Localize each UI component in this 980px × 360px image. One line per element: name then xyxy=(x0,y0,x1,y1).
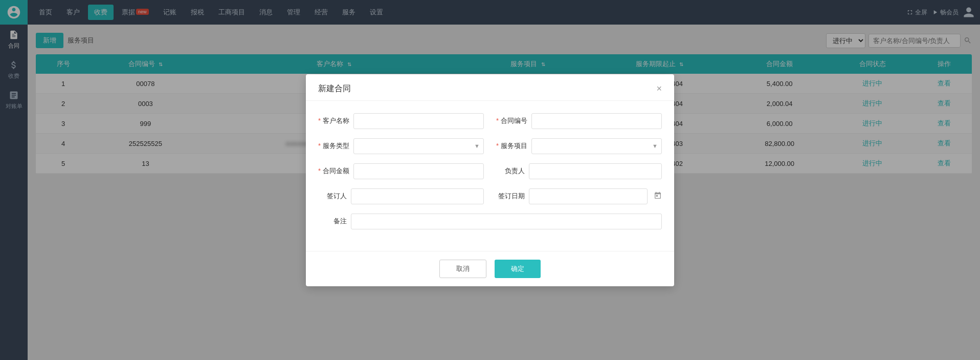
signer-field: 签订人 xyxy=(318,188,484,204)
form-row-5: 备注 xyxy=(318,214,662,229)
customer-name-label: 客户名称 xyxy=(318,116,349,125)
contract-amount-input[interactable]: 0.00 xyxy=(353,163,484,179)
dialog-close-button[interactable]: × xyxy=(656,84,662,93)
service-item-label: 服务项目 xyxy=(496,141,527,151)
calendar-icon[interactable] xyxy=(654,192,662,201)
modal-overlay[interactable]: 新建合同 × 客户名称 合同编号 服务类型 xyxy=(0,0,980,360)
form-row-4: 签订人 签订日期 2023-06-06 xyxy=(318,188,662,204)
new-contract-dialog: 新建合同 × 客户名称 合同编号 服务类型 xyxy=(306,74,674,286)
service-type-label: 服务类型 xyxy=(318,141,349,151)
sign-date-label: 签订日期 xyxy=(496,192,525,201)
responsible-person-input[interactable] xyxy=(529,163,662,179)
contract-no-label: 合同编号 xyxy=(496,116,527,125)
dialog-footer: 取消 确定 xyxy=(306,251,674,286)
contract-amount-label: 合同金额 xyxy=(318,166,349,176)
sign-date-field: 签订日期 2023-06-06 xyxy=(496,188,662,204)
customer-name-field: 客户名称 xyxy=(318,113,484,129)
form-row-1: 客户名称 合同编号 xyxy=(318,113,662,129)
remark-field: 备注 xyxy=(318,214,662,229)
contract-no-field: 合同编号 xyxy=(496,113,662,129)
contract-no-input[interactable] xyxy=(531,113,662,129)
dialog-body: 客户名称 合同编号 服务类型 ▼ 服务项目 xyxy=(306,101,674,251)
signer-label: 签订人 xyxy=(318,192,347,201)
responsible-person-label: 负责人 xyxy=(496,166,525,176)
contract-amount-field: 合同金额 0.00 xyxy=(318,163,484,179)
confirm-button[interactable]: 确定 xyxy=(495,260,541,278)
remark-input[interactable] xyxy=(351,214,662,229)
sign-date-input[interactable]: 2023-06-06 xyxy=(529,188,648,204)
form-row-2: 服务类型 ▼ 服务项目 ▼ xyxy=(318,138,662,154)
remark-label: 备注 xyxy=(318,217,347,226)
dialog-title: 新建合同 xyxy=(318,83,351,94)
cancel-button[interactable]: 取消 xyxy=(439,260,486,278)
service-item-select-wrap: ▼ xyxy=(531,138,662,154)
customer-name-input[interactable] xyxy=(353,113,484,129)
signer-input[interactable] xyxy=(351,188,484,204)
service-type-field: 服务类型 ▼ xyxy=(318,138,484,154)
responsible-person-field: 负责人 xyxy=(496,163,662,179)
service-item-field: 服务项目 ▼ xyxy=(496,138,662,154)
form-row-3: 合同金额 0.00 负责人 xyxy=(318,163,662,179)
service-type-select[interactable] xyxy=(353,138,484,154)
dialog-header: 新建合同 × xyxy=(306,74,674,101)
service-item-select[interactable] xyxy=(531,138,662,154)
service-type-select-wrap: ▼ xyxy=(353,138,484,154)
